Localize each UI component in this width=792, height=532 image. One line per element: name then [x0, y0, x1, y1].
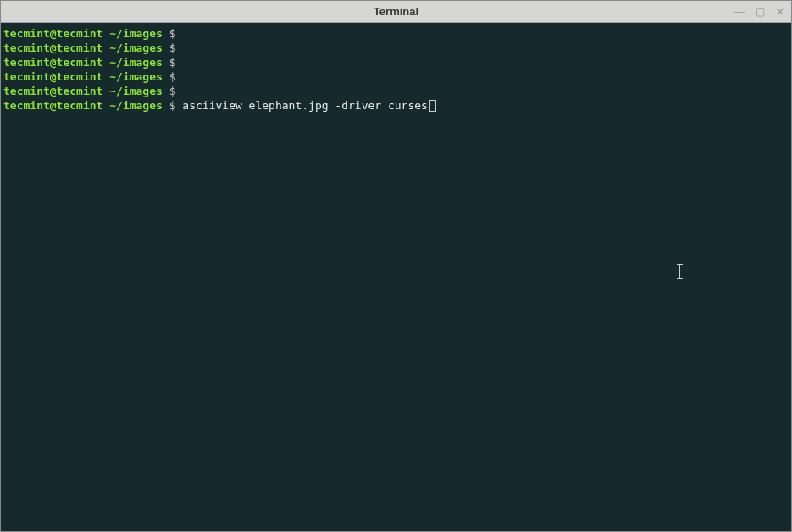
prompt-line: tecmint@tecmint ~/images $ [3, 69, 789, 84]
prompt-path: ~/images [109, 56, 163, 69]
prompt-line: tecmint@tecmint ~/images $ asciiview ele… [3, 98, 789, 113]
prompt-symbol: $ [169, 70, 176, 83]
prompt-line: tecmint@tecmint ~/images $ [3, 41, 789, 55]
prompt-path: ~/images [109, 85, 163, 97]
prompt-user-host: tecmint@tecmint [3, 56, 102, 69]
window-controls: — ▢ ✕ [734, 6, 786, 18]
prompt-user-host: tecmint@tecmint [3, 70, 102, 83]
prompt-user-host: tecmint@tecmint [3, 42, 102, 54]
prompt-path: ~/images [109, 42, 163, 54]
maximize-button[interactable]: ▢ [754, 6, 766, 18]
prompt-line: tecmint@tecmint ~/images $ [3, 26, 789, 41]
prompt-user-host: tecmint@tecmint [3, 85, 102, 97]
cursor-icon [429, 100, 436, 112]
prompt-line: tecmint@tecmint ~/images $ [3, 84, 789, 98]
titlebar[interactable]: Terminal — ▢ ✕ [1, 1, 791, 23]
prompt-path: ~/images [109, 99, 163, 112]
prompt-user-host: tecmint@tecmint [3, 99, 102, 112]
prompt-user-host: tecmint@tecmint [3, 27, 102, 40]
prompt-path: ~/images [109, 70, 163, 83]
window-title: Terminal [374, 5, 418, 18]
prompt-symbol: $ [169, 42, 176, 54]
prompt-symbol: $ [169, 99, 176, 112]
ibeam-cursor-icon [677, 265, 683, 278]
prompt-symbol: $ [169, 85, 176, 97]
command-text: asciiview elephant.jpg -driver curses [182, 99, 428, 112]
prompt-path: ~/images [109, 27, 163, 40]
close-button[interactable]: ✕ [774, 6, 786, 18]
prompt-line: tecmint@tecmint ~/images $ [3, 55, 789, 69]
prompt-symbol: $ [169, 56, 176, 69]
terminal-body[interactable]: tecmint@tecmint ~/images $ tecmint@tecmi… [1, 23, 791, 531]
prompt-symbol: $ [169, 27, 176, 40]
terminal-window: Terminal — ▢ ✕ tecmint@tecmint ~/images … [0, 0, 792, 532]
minimize-button[interactable]: — [734, 6, 745, 18]
